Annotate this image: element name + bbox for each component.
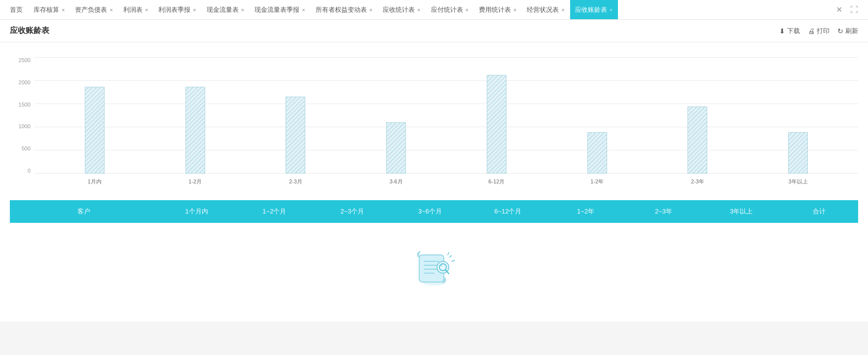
- th-cell-3: 2~3个月: [313, 200, 391, 223]
- th-cell-2: 1~2个月: [235, 200, 313, 223]
- tab-receivable-aging[interactable]: 应收账龄表 ×: [570, 0, 618, 20]
- main-content: 2500 2000 1500 1000 500 0: [0, 42, 868, 321]
- chart-container: 2500 2000 1500 1000 500 0: [10, 52, 858, 190]
- svg-line-11: [448, 252, 449, 255]
- x-label-0: 1月内: [85, 178, 105, 185]
- y-label-0: 0: [28, 168, 31, 174]
- header-actions: ⬇ 下载 🖨 打印 ↻ 刷新: [779, 27, 858, 36]
- tab-equity[interactable]: 所有者权益变动表 ×: [311, 0, 378, 20]
- chart-inner: 2500 2000 1500 1000 500 0: [10, 57, 858, 185]
- bar-group-1: [185, 87, 205, 174]
- y-label-500: 500: [22, 145, 31, 151]
- bar-3: [386, 122, 406, 174]
- x-label-1: 1-2月: [185, 178, 205, 185]
- tab-close-cashflow-quarter[interactable]: ×: [302, 7, 305, 13]
- bar-group-3: [386, 122, 406, 174]
- tab-close-receivable-aging[interactable]: ×: [610, 7, 613, 13]
- th-cell-8: 3年以上: [702, 200, 780, 223]
- tab-close-profit-quarter[interactable]: ×: [193, 7, 196, 13]
- tab-close-equity[interactable]: ×: [369, 7, 372, 13]
- download-icon: ⬇: [779, 27, 785, 35]
- tab-close-receivable-stat[interactable]: ×: [417, 7, 420, 13]
- bar-6: [687, 106, 707, 174]
- tab-close-payable-stat[interactable]: ×: [466, 7, 469, 13]
- tab-bar: 首页 库存核算 × 资产负债表 × 利润表 × 利润表季报 × 现金流量表 × …: [0, 0, 868, 20]
- bar-2: [286, 97, 305, 174]
- bar-group-4: [487, 75, 506, 174]
- x-label-5: 1-2年: [587, 178, 607, 185]
- tab-expense-stat[interactable]: 费用统计表 ×: [474, 0, 522, 20]
- maximize-button[interactable]: ⛶: [848, 4, 860, 15]
- tab-close-balance[interactable]: ×: [109, 7, 112, 13]
- close-button[interactable]: ✕: [834, 4, 844, 15]
- bar-group-2: [286, 97, 305, 174]
- th-cell-9: 合计: [780, 200, 858, 223]
- x-label-4: 6-12月: [487, 178, 506, 185]
- y-axis: 2500 2000 1500 1000 500 0: [10, 57, 35, 185]
- tab-profit[interactable]: 利润表 ×: [118, 0, 153, 20]
- tab-receivable-stat[interactable]: 应收统计表 ×: [378, 0, 426, 20]
- tab-close-operation[interactable]: ×: [561, 7, 564, 13]
- bar-0: [85, 87, 105, 174]
- page-header: 应收账龄表 ⬇ 下载 🖨 打印 ↻ 刷新: [0, 20, 868, 42]
- bar-1: [185, 87, 205, 174]
- x-label-6: 2-3年: [687, 178, 707, 185]
- svg-line-10: [450, 255, 451, 257]
- th-cell-4: 3~6个月: [391, 200, 469, 223]
- th-cell-7: 2~3年: [625, 200, 703, 223]
- table-header: 客户1个月内1~2个月2~3个月3~6个月6~12个月1~2年2~3年3年以上合…: [10, 200, 858, 223]
- empty-state: [10, 223, 858, 312]
- tab-close-cashflow[interactable]: ×: [241, 7, 244, 13]
- x-label-2: 2-3月: [286, 178, 305, 185]
- tab-balance[interactable]: 资产负债表 ×: [70, 0, 118, 20]
- bar-group-6: [687, 106, 707, 174]
- tab-home[interactable]: 首页: [4, 5, 29, 14]
- window-controls: ✕ ⛶: [834, 4, 864, 15]
- bar-group-5: [587, 132, 607, 174]
- bar-group-0: [85, 87, 105, 174]
- tab-cashflow-quarter[interactable]: 现金流量表季报 ×: [250, 0, 310, 20]
- download-button[interactable]: ⬇ 下载: [779, 27, 800, 36]
- tab-close-profit[interactable]: ×: [145, 7, 148, 13]
- print-button[interactable]: 🖨 打印: [808, 27, 830, 36]
- tab-cashflow[interactable]: 现金流量表 ×: [202, 0, 250, 20]
- bars-area: [35, 57, 858, 174]
- x-labels: 1月内1-2月2-3月3-6月6-12月1-2年2-3年3年以上: [35, 178, 858, 185]
- th-cell-1: 1个月内: [158, 200, 236, 223]
- y-label-1500: 1500: [19, 102, 31, 107]
- tab-payable-stat[interactable]: 应付统计表 ×: [426, 0, 474, 20]
- th-cell-5: 6~12个月: [469, 200, 547, 223]
- svg-line-12: [452, 260, 455, 261]
- tab-close-inventory[interactable]: ×: [62, 7, 65, 13]
- refresh-icon: ↻: [837, 27, 843, 35]
- svg-point-9: [440, 265, 442, 267]
- bar-group-7: [788, 132, 808, 174]
- bar-4: [487, 75, 506, 174]
- tab-operation[interactable]: 经营状况表 ×: [522, 0, 570, 20]
- empty-state-icon: [409, 248, 459, 287]
- bar-7: [788, 132, 808, 174]
- refresh-button[interactable]: ↻ 刷新: [837, 27, 858, 36]
- y-label-2500-top: 2500: [19, 57, 31, 63]
- x-label-7: 3年以上: [788, 178, 808, 185]
- y-label-2000: 2000: [19, 79, 31, 85]
- print-icon: 🖨: [808, 27, 815, 35]
- y-label-1000: 1000: [19, 123, 31, 129]
- tab-close-expense-stat[interactable]: ×: [513, 7, 516, 13]
- tab-profit-quarter[interactable]: 利润表季报 ×: [153, 0, 201, 20]
- x-label-3: 3-6月: [386, 178, 406, 185]
- th-cell-0: 客户: [10, 200, 158, 223]
- chart-body: 1月内1-2月2-3月3-6月6-12月1-2年2-3年3年以上: [35, 57, 858, 185]
- page-title: 应收账龄表: [10, 26, 49, 36]
- bar-5: [587, 132, 607, 174]
- tab-inventory[interactable]: 库存核算 ×: [29, 0, 70, 20]
- th-cell-6: 1~2年: [547, 200, 625, 223]
